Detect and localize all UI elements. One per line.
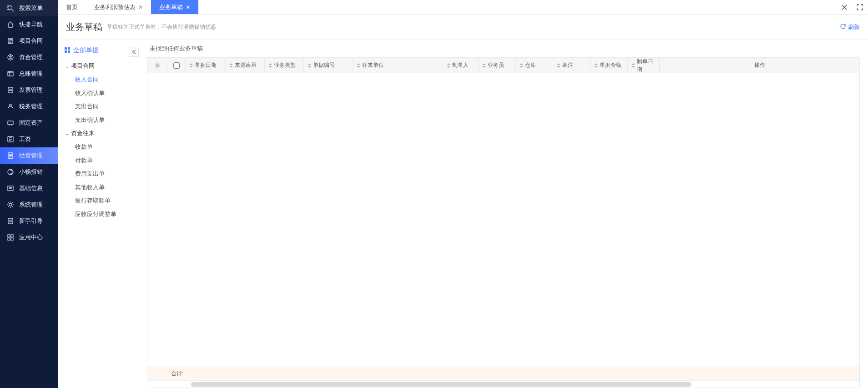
base-icon xyxy=(6,184,15,192)
column-settings-icon[interactable] xyxy=(147,58,167,73)
home-icon xyxy=(6,20,15,29)
tree-leaf-0-3[interactable]: 支出确认单 xyxy=(63,113,141,127)
svg-rect-20 xyxy=(65,50,67,53)
svg-point-0 xyxy=(8,6,12,10)
fullscreen-icon[interactable] xyxy=(854,2,865,13)
collapse-side-icon[interactable] xyxy=(129,47,139,57)
tree-leaf-1-0[interactable]: 收款单 xyxy=(63,140,141,154)
nav-item-biz-mgmt[interactable]: 经营管理 xyxy=(0,147,58,164)
svg-rect-12 xyxy=(8,218,13,224)
table-footer: 合计: xyxy=(147,367,859,380)
nav-item-label: 税务管理 xyxy=(19,102,43,111)
nav-item-label: 搜索菜单 xyxy=(19,4,43,12)
nav-item-search-menu[interactable]: 搜索菜单 xyxy=(0,0,58,16)
sys-icon xyxy=(6,201,15,209)
doc-icon xyxy=(6,37,15,45)
invoice-icon xyxy=(6,86,15,94)
col-remark[interactable]: 备注 xyxy=(553,58,590,73)
side-header-label: 全部单据 xyxy=(73,46,99,55)
left-nav: 搜索菜单快捷导航项目合同资金管理总账管理发票管理税务管理固定资产工资经营管理小畅… xyxy=(0,0,58,388)
svg-point-11 xyxy=(9,203,12,206)
nav-item-label: 新手引导 xyxy=(19,217,43,225)
nav-item-fund-mgmt[interactable]: 资金管理 xyxy=(0,49,58,66)
nav-item-salary[interactable]: 工资 xyxy=(0,131,58,147)
select-all-input[interactable] xyxy=(173,62,180,69)
col-party[interactable]: 往来单位 xyxy=(353,58,443,73)
tree-group-label: 项目合同 xyxy=(71,62,95,70)
nav-item-quick-nav[interactable]: 快捷导航 xyxy=(0,16,58,33)
tree-leaf-0-1[interactable]: 收入确认单 xyxy=(63,86,141,100)
refresh-label: 刷新 xyxy=(848,23,860,31)
tab-0[interactable]: 首页 xyxy=(58,0,86,14)
tab-2[interactable]: 业务草稿✕ xyxy=(151,0,198,14)
nav-item-xc-expense[interactable]: 小畅报销 xyxy=(0,164,58,180)
side-panel: 全部单据 ⌄项目合同收入合同收入确认单支出合同支出确认单⌄资金往来收款单付款单费… xyxy=(58,40,144,388)
select-all-checkbox[interactable] xyxy=(167,58,186,73)
nav-item-label: 快捷导航 xyxy=(19,20,43,29)
tree-group-1[interactable]: ⌄资金往来 xyxy=(63,126,141,140)
col-amount[interactable]: 单据金额 xyxy=(590,58,628,73)
col-operation: 操作 xyxy=(660,58,859,73)
horizontal-scrollbar[interactable] xyxy=(147,380,859,388)
nav-item-label: 项目合同 xyxy=(19,37,43,45)
tree-leaf-1-4[interactable]: 银行存取款单 xyxy=(63,194,141,207)
nav-item-label: 系统管理 xyxy=(19,201,43,209)
svg-rect-6 xyxy=(8,121,13,125)
nav-item-label: 应用中心 xyxy=(19,233,43,242)
col-warehouse[interactable]: 仓库 xyxy=(516,58,553,73)
col-biz-type[interactable]: 业务类型 xyxy=(265,58,304,73)
refresh-button[interactable]: 刷新 xyxy=(840,23,860,31)
nav-item-ledger[interactable]: 总账管理 xyxy=(0,66,58,82)
col-make-date[interactable]: 制单日期 xyxy=(628,58,660,73)
nav-item-fixed-asset[interactable]: 固定资产 xyxy=(0,115,58,131)
col-source-app[interactable]: 来源应用 xyxy=(226,58,265,73)
asset-icon xyxy=(6,119,15,127)
chevron-down-icon: ⌄ xyxy=(65,63,69,69)
svg-rect-21 xyxy=(68,50,70,53)
nav-item-label: 工资 xyxy=(19,135,31,143)
close-all-icon[interactable] xyxy=(839,2,850,13)
content-area: 未找到任何业务草稿 单据日期 来源应用 业务类型 单据编号 往来单位 xyxy=(144,40,868,388)
nav-item-label: 经营管理 xyxy=(19,151,43,160)
salary-icon xyxy=(6,135,15,143)
nav-item-sys-mgmt[interactable]: 系统管理 xyxy=(0,197,58,213)
tab-close-icon[interactable]: ✕ xyxy=(186,4,190,10)
tab-label: 业务草稿 xyxy=(159,3,183,11)
nav-item-label: 基础信息 xyxy=(19,184,43,192)
tab-close-icon[interactable]: ✕ xyxy=(138,4,143,10)
nav-item-label: 固定资产 xyxy=(19,119,43,127)
svg-rect-14 xyxy=(8,235,10,237)
tree-leaf-1-1[interactable]: 付款单 xyxy=(63,154,141,167)
nav-item-invoice[interactable]: 发票管理 xyxy=(0,82,58,98)
side-panel-header[interactable]: 全部单据 xyxy=(63,45,100,59)
tree-leaf-1-5[interactable]: 应收应付调整单 xyxy=(63,207,141,221)
nav-item-label: 小畅报销 xyxy=(19,168,43,176)
col-doc-no[interactable]: 单据编号 xyxy=(304,58,353,73)
table-body xyxy=(147,73,859,367)
chevron-down-icon: ⌄ xyxy=(65,131,69,136)
data-table: 单据日期 来源应用 业务类型 单据编号 往来单位 制单人 业务员 仓库 备注 单… xyxy=(147,57,860,388)
col-maker[interactable]: 制单人 xyxy=(443,58,479,73)
grid-icon xyxy=(64,47,71,55)
svg-rect-3 xyxy=(8,71,13,76)
col-date[interactable]: 单据日期 xyxy=(186,58,226,73)
tree-leaf-0-2[interactable]: 支出合同 xyxy=(63,100,141,113)
nav-item-label: 资金管理 xyxy=(19,53,43,61)
nav-item-project-contract[interactable]: 项目合同 xyxy=(0,33,58,49)
nav-item-tax[interactable]: 税务管理 xyxy=(0,98,58,115)
svg-point-22 xyxy=(156,64,158,66)
tree-leaf-1-3[interactable]: 其他收入单 xyxy=(63,181,141,194)
col-salesperson[interactable]: 业务员 xyxy=(479,58,516,73)
tab-1[interactable]: 业务利润预估表✕ xyxy=(86,0,151,14)
tree-leaf-1-2[interactable]: 费用支出单 xyxy=(63,167,141,181)
tree-leaf-0-0[interactable]: 收入合同 xyxy=(63,73,141,86)
scrollbar-thumb[interactable] xyxy=(191,382,691,387)
nav-item-base-info[interactable]: 基础信息 xyxy=(0,180,58,197)
table-header-row: 单据日期 来源应用 业务类型 单据编号 往来单位 制单人 业务员 仓库 备注 单… xyxy=(147,58,859,73)
nav-item-app-center[interactable]: 应用中心 xyxy=(0,229,58,246)
tax-icon xyxy=(6,102,15,111)
tree-group-0[interactable]: ⌄项目合同 xyxy=(63,59,141,73)
page-header: 业务草稿 草稿转为正式单据时，不会执行满赠促销优惠 刷新 xyxy=(58,15,868,40)
fund-icon xyxy=(6,53,15,61)
nav-item-newbie[interactable]: 新手引导 xyxy=(0,213,58,229)
